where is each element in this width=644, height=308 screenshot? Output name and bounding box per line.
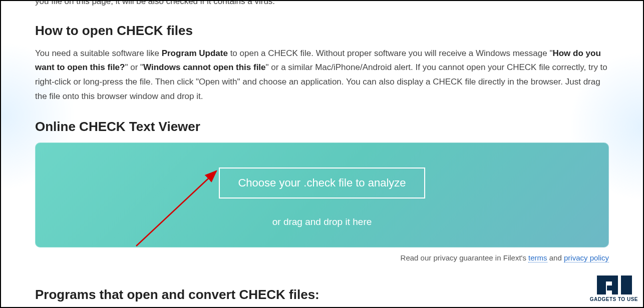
- how-to-open-body: You need a suitable software like Progra…: [35, 46, 609, 104]
- svg-rect-4: [612, 276, 618, 294]
- online-viewer-heading: Online CHECK Text Viewer: [35, 119, 609, 134]
- privacy-mid: and: [547, 254, 564, 262]
- svg-rect-5: [607, 286, 618, 290]
- privacy-policy-link[interactable]: privacy policy: [564, 254, 609, 262]
- privacy-pre: Read our privacy guarantee in Filext's: [401, 254, 529, 262]
- watermark-text: GADGETS TO USE: [590, 296, 638, 302]
- truncated-intro-text: you file on this page, it will be also c…: [35, 0, 609, 8]
- watermark-logo: GADGETS TO USE: [590, 272, 638, 302]
- text-part: " or ": [125, 62, 143, 72]
- choose-file-button[interactable]: Choose your .check file to analyze: [219, 168, 425, 198]
- text-part: to open a CHECK file. Without proper sof…: [228, 48, 553, 58]
- text-part: You need a suitable software like: [35, 48, 162, 58]
- how-to-open-heading: How to open CHECK files: [35, 23, 609, 38]
- cannot-open-bold: Windows cannot open this file: [143, 62, 265, 72]
- terms-link[interactable]: terms: [528, 254, 547, 262]
- upload-dropzone[interactable]: Choose your .check file to analyze or dr…: [35, 142, 609, 248]
- privacy-line: Read our privacy guarantee in Filext's t…: [35, 254, 609, 262]
- program-update-bold: Program Update: [162, 48, 228, 58]
- programs-heading: Programs that open and convert CHECK fil…: [35, 287, 609, 302]
- drag-drop-text: or drag and drop it here: [45, 216, 599, 228]
- svg-rect-8: [627, 276, 632, 294]
